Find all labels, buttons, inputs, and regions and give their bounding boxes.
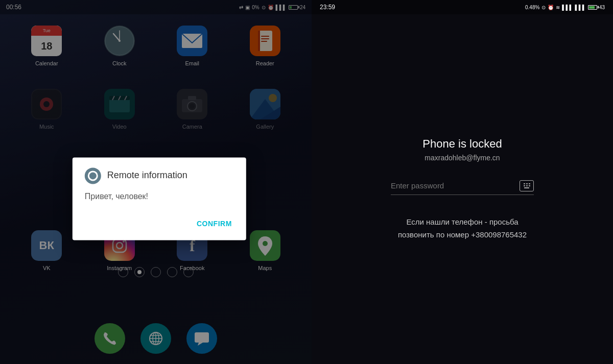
remote-info-dialog: Remote information Привет, человек! CONF… <box>73 157 246 240</box>
lock-message-line2: позвонить по номер +380098765432 <box>398 230 527 239</box>
right-phone: 23:59 0.48% ⊙ ⏰ ≋ ▌▌▌ ▌▌▌ 43 Phone is lo… <box>312 0 613 364</box>
dialog-title-row: Remote information <box>85 167 234 184</box>
speech-icon <box>88 171 98 181</box>
lock-message: Если нашли телефон - просьба позвонить п… <box>398 215 527 241</box>
confirm-button[interactable]: CONFIRM <box>195 215 234 232</box>
dialog-message: Привет, человек! <box>85 192 234 201</box>
lock-email: maxradohleb@flyme.cn <box>425 154 500 162</box>
keyboard-icon[interactable] <box>520 180 534 191</box>
dialog-icon <box>85 167 101 184</box>
dialog-title: Remote information <box>107 170 187 181</box>
status-bar-right: 23:59 0.48% ⊙ ⏰ ≋ ▌▌▌ ▌▌▌ 43 <box>312 0 613 14</box>
lock-title: Phone is locked <box>422 137 502 151</box>
right-time: 23:59 <box>320 4 335 11</box>
right-status-icons: 0.48% ⊙ ⏰ ≋ ▌▌▌ ▌▌▌ 43 <box>525 5 605 10</box>
lock-message-line1: Если нашли телефон - просьба <box>406 217 518 226</box>
password-input[interactable] <box>391 181 520 190</box>
password-row <box>391 180 534 195</box>
left-phone: 00:56 ⇄ ▣ 0% ⊙ ⏰ ▌▌▌ 24 Tue 18 Calendar <box>0 0 312 364</box>
lock-screen: Phone is locked maxradohleb@flyme.cn <box>312 14 613 364</box>
dialog-actions: CONFIRM <box>85 213 234 234</box>
battery-icon-right <box>588 5 597 10</box>
